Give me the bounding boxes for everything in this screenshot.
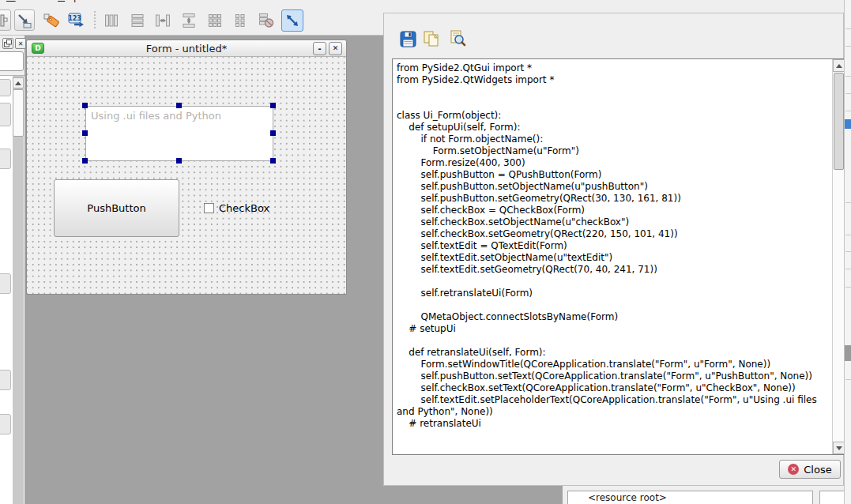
pushbutton-widget[interactable]: PushButton xyxy=(54,179,179,237)
edit-tab-order-icon: 123 xyxy=(68,12,85,29)
edit-buddies-button[interactable] xyxy=(41,9,62,31)
adjust-size-icon xyxy=(284,13,300,28)
break-layout-button[interactable] xyxy=(256,9,277,31)
layout-horizontal-button[interactable] xyxy=(101,9,122,31)
checkbox-widget[interactable]: CheckBox xyxy=(204,202,269,214)
selection-handle-top-left[interactable] xyxy=(82,103,88,108)
save-icon xyxy=(400,31,416,47)
layout-grid-button[interactable] xyxy=(205,9,225,31)
code-preview-dialog: from PySide2.QtGui import * from PySide2… xyxy=(383,13,844,486)
layout-vertical-splitter-icon xyxy=(182,13,196,28)
designer-form-window: D Form - untitled* - ✕ Using .ui files a… xyxy=(26,39,347,295)
arrow-up-icon xyxy=(15,81,21,85)
close-button-label: Close xyxy=(804,464,831,476)
widget-filter-input[interactable] xyxy=(0,51,24,71)
layout-horizontal-icon xyxy=(104,13,119,28)
layout-vertical-icon xyxy=(130,13,145,28)
scroll-down-button[interactable] xyxy=(833,442,845,454)
widget-category-item[interactable] xyxy=(0,79,11,96)
resource-tree[interactable]: <resource root> xyxy=(567,491,813,504)
menu-bar: Window Help xyxy=(0,0,158,4)
checkbox-box[interactable] xyxy=(204,203,214,213)
layout-grid-icon xyxy=(208,13,222,28)
dialog-close-button[interactable]: ✕ Close xyxy=(779,460,841,479)
edit-widgets-button[interactable] xyxy=(0,9,11,31)
selection-handle-bottom-center[interactable] xyxy=(176,158,182,164)
layout-vertical-splitter-button[interactable] xyxy=(179,9,199,31)
widget-category-item[interactable] xyxy=(0,370,11,390)
arrow-up-icon xyxy=(836,64,842,68)
find-icon xyxy=(449,30,466,47)
selection-handle-bottom-right[interactable] xyxy=(270,158,276,164)
selection-handle-middle-left[interactable] xyxy=(82,130,88,136)
selection-handle-top-center[interactable] xyxy=(176,103,182,108)
svg-text:123: 123 xyxy=(68,15,81,22)
selection-handle-top-right[interactable] xyxy=(270,103,276,108)
edit-widgets-icon xyxy=(0,13,9,28)
close-button[interactable]: ✕ xyxy=(329,42,342,55)
minimize-button[interactable]: - xyxy=(313,42,326,55)
code-text[interactable]: from PySide2.QtGui import * from PySide2… xyxy=(393,59,832,433)
textedit-widget[interactable]: Using .ui files and Python xyxy=(85,106,273,161)
layout-horizontal-splitter-icon xyxy=(155,13,171,28)
resource-root-item[interactable]: <resource root> xyxy=(568,491,812,503)
dock-float-button[interactable] xyxy=(2,38,13,49)
adjust-size-button[interactable] xyxy=(281,9,303,32)
edit-buddies-icon xyxy=(43,13,60,28)
scroll-up-button[interactable] xyxy=(833,59,845,72)
code-scrollbar[interactable] xyxy=(832,59,844,454)
layout-form-button[interactable] xyxy=(231,9,251,31)
find-button[interactable] xyxy=(448,29,467,48)
selected-row-fragment xyxy=(845,119,851,129)
form-window-title: Form - untitled* xyxy=(27,43,346,55)
float-icon xyxy=(4,39,12,47)
copy-button[interactable] xyxy=(422,29,441,48)
form-window-titlebar[interactable]: D Form - untitled* - ✕ xyxy=(27,40,346,57)
form-canvas[interactable]: Using .ui files and Python PushButton Ch… xyxy=(27,57,346,294)
dock-close-button[interactable]: ✕ xyxy=(15,38,26,49)
break-layout-icon xyxy=(258,13,274,28)
checkbox-label: CheckBox xyxy=(219,202,269,214)
widget-box-list xyxy=(0,75,24,504)
widget-category-item[interactable] xyxy=(0,273,11,294)
toolbar-separator xyxy=(94,11,96,28)
layout-vertical-button[interactable] xyxy=(127,9,148,31)
arrow-down-icon xyxy=(836,446,842,450)
layout-form-icon xyxy=(234,13,248,28)
close-icon: ✕ xyxy=(18,40,24,47)
selection-handle-middle-right[interactable] xyxy=(270,130,276,136)
scrollbar-fragment xyxy=(845,345,851,361)
scrollbar-thumb[interactable] xyxy=(834,73,844,170)
widget-category-item[interactable] xyxy=(0,414,11,434)
widget-category-item[interactable] xyxy=(0,149,11,169)
menu-help[interactable]: Help xyxy=(58,0,79,2)
selection-handle-bottom-left[interactable] xyxy=(82,158,88,164)
widget-box-panel: ✕ xyxy=(0,36,24,504)
edit-signals-slots-button[interactable] xyxy=(14,9,35,31)
close-circle-icon: ✕ xyxy=(788,464,799,475)
resource-browser-panel: <resource root> xyxy=(563,486,851,504)
scroll-up-button[interactable] xyxy=(13,77,24,88)
save-button[interactable] xyxy=(398,29,417,48)
textedit-placeholder: Using .ui files and Python xyxy=(91,110,221,122)
scrollbar-thumb[interactable] xyxy=(13,89,24,137)
edit-tab-order-button[interactable]: 123 xyxy=(66,9,87,31)
widget-category-item[interactable] xyxy=(0,103,11,126)
widget-box-scrollbar[interactable] xyxy=(13,76,24,504)
property-editor-sliver xyxy=(844,0,851,504)
code-editor[interactable]: from PySide2.QtGui import * from PySide2… xyxy=(392,58,845,455)
menu-window[interactable]: Window xyxy=(6,0,43,2)
layout-horizontal-splitter-button[interactable] xyxy=(153,9,173,31)
edit-signals-slots-icon xyxy=(17,13,32,28)
copy-icon xyxy=(423,30,440,47)
